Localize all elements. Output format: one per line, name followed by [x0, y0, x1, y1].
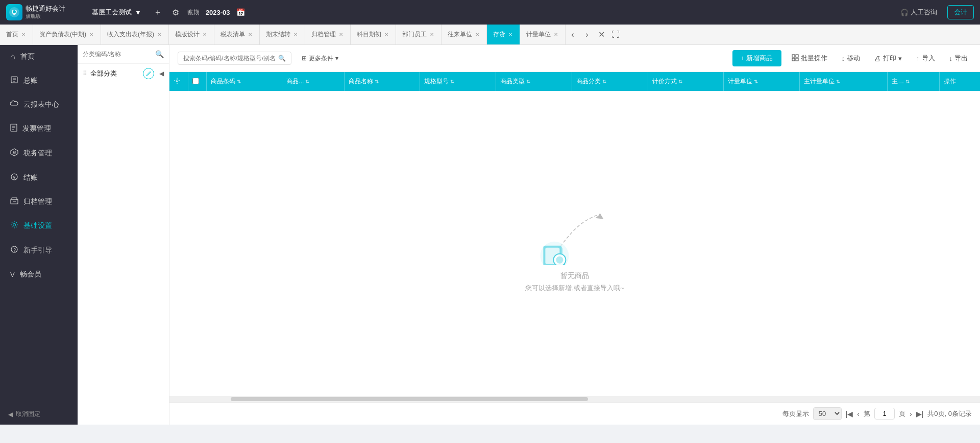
tab-close-income[interactable]: ✕: [156, 31, 162, 38]
tab-close-partner[interactable]: ✕: [474, 31, 480, 38]
human-service-btn[interactable]: 🎧 人工咨询: [896, 6, 941, 19]
sidebar-item-cloud-report[interactable]: 云报表中心: [0, 93, 78, 116]
tab-period-transfer[interactable]: 期末结转 ✕: [260, 25, 305, 45]
col-unit[interactable]: 计量单位 ⇅: [724, 72, 800, 91]
col-type[interactable]: 商品类型 ⇅: [496, 72, 572, 91]
col-actions: 操作: [940, 72, 980, 91]
page-last-btn[interactable]: ▶|: [916, 410, 924, 418]
col-code[interactable]: 商品... ⇅: [282, 72, 344, 91]
tab-template[interactable]: 模版设计 ✕: [169, 25, 214, 45]
calendar-icon[interactable]: 📅: [236, 8, 245, 16]
product-search-box[interactable]: 🔍: [178, 52, 291, 65]
category-search-input[interactable]: [83, 51, 152, 58]
table-scrollbar[interactable]: [169, 396, 980, 402]
sidebar-item-archive[interactable]: 归档管理: [0, 190, 78, 214]
import-btn[interactable]: ↑ 导入: [912, 51, 939, 65]
sidebar-item-ledger[interactable]: 总账: [0, 68, 78, 93]
move-icon: ↕: [842, 55, 845, 62]
tab-dept-staff[interactable]: 部门员工 ✕: [396, 25, 442, 45]
sidebar-item-settlement[interactable]: ¥ 结账: [0, 166, 78, 190]
product-search-icon[interactable]: 🔍: [278, 55, 286, 62]
account-button[interactable]: 会计: [947, 5, 974, 19]
workspace-selector[interactable]: 基层工会测试 ▼: [88, 6, 145, 19]
col-spec[interactable]: 规格型号 ⇅: [420, 72, 496, 91]
settings-gear-icon[interactable]: ⚙: [170, 6, 181, 19]
col-barcode[interactable]: 商品条码 ⇅: [206, 72, 282, 91]
tab-close-template[interactable]: ✕: [202, 31, 208, 38]
col-price-method[interactable]: 计价方式 ⇅: [648, 72, 724, 91]
col-name[interactable]: 商品名称 ⇅: [344, 72, 420, 91]
home-icon: ⌂: [10, 52, 15, 61]
collapse-panel-icon[interactable]: ◀: [159, 70, 164, 77]
tab-close-period-transfer[interactable]: ✕: [292, 31, 299, 38]
tab-close-homepage[interactable]: ✕: [20, 31, 27, 38]
tab-archive[interactable]: 归档管理 ✕: [305, 25, 351, 45]
page-prev-btn[interactable]: ‹: [857, 410, 860, 418]
table-config-th[interactable]: [169, 72, 188, 91]
tabs-expand[interactable]: ⛶: [608, 25, 623, 45]
tab-close-inventory[interactable]: ✕: [507, 31, 513, 38]
sidebar-item-vip[interactable]: V 畅会员: [0, 263, 78, 286]
page-next-btn[interactable]: ›: [910, 410, 912, 418]
cloud-icon: [10, 100, 18, 109]
sort-barcode-icon: ⇅: [237, 79, 241, 84]
sort-price-method-icon: ⇅: [678, 79, 682, 84]
svg-text:¥: ¥: [12, 175, 16, 180]
col-extra[interactable]: 主… ⇅: [888, 72, 940, 91]
table-container: 商品条码 ⇅ 商品... ⇅: [169, 72, 980, 396]
category-edit-btn[interactable]: [143, 68, 154, 79]
app-logo-icon: [6, 4, 22, 20]
tab-balance-sheet[interactable]: 资产负债表(中期) ✕: [33, 25, 101, 45]
empty-state: 暂无商品 您可以选择新增,或者直接导入哦~: [525, 209, 624, 293]
per-page-select[interactable]: 50 20 100 200: [813, 407, 842, 420]
sidebar-item-basic-settings[interactable]: 基础设置: [0, 214, 78, 238]
sidebar-item-guide[interactable]: 新手引导: [0, 238, 78, 263]
add-tab-icon[interactable]: ＋: [152, 5, 164, 20]
col-category[interactable]: 商品分类 ⇅: [572, 72, 648, 91]
table-scrollbar-thumb[interactable]: [231, 397, 588, 401]
print-btn[interactable]: 🖨 打印 ▾: [870, 51, 906, 65]
tab-subject-init[interactable]: 科目期初 ✕: [351, 25, 396, 45]
tab-partner[interactable]: 往来单位 ✕: [442, 25, 487, 45]
tab-homepage[interactable]: 首页 ✕: [0, 25, 33, 45]
more-filter-btn[interactable]: ⊞ 更多条件 ▾: [298, 52, 342, 65]
filter-icon: ⊞: [302, 55, 307, 62]
category-search: 🔍: [78, 45, 169, 64]
new-product-btn[interactable]: + 新增商品: [732, 50, 781, 66]
tab-tax-list[interactable]: 税表清单 ✕: [214, 25, 260, 45]
sort-name-icon: ⇅: [375, 79, 379, 84]
col-main-unit[interactable]: 主计量单位 ⇅: [800, 72, 888, 91]
batch-icon: [792, 54, 799, 63]
batch-operation-btn[interactable]: 批量操作: [788, 51, 831, 65]
tabs-nav-prev[interactable]: ‹: [566, 25, 580, 45]
move-btn[interactable]: ↕ 移动: [838, 51, 865, 65]
export-btn[interactable]: ↓ 导出: [945, 51, 972, 65]
tabs-nav-next[interactable]: ›: [580, 25, 594, 45]
tab-close-archive[interactable]: ✕: [338, 31, 344, 38]
product-search-input[interactable]: [183, 55, 275, 62]
drag-icon: ⠿: [83, 70, 87, 77]
select-all-checkbox[interactable]: [192, 78, 199, 84]
page-input[interactable]: [874, 408, 895, 419]
tab-close-dept-staff[interactable]: ✕: [429, 31, 435, 38]
category-all-btn[interactable]: ⠿ 全部分类 ◀: [78, 64, 169, 83]
tab-close-tax-list[interactable]: ✕: [247, 31, 253, 38]
tab-inventory[interactable]: 存货 ✕: [487, 25, 520, 45]
svg-point-31: [556, 257, 563, 264]
tab-close-subject-init[interactable]: ✕: [383, 31, 389, 38]
tab-income[interactable]: 收入支出表(年报) ✕: [101, 25, 169, 45]
category-search-icon[interactable]: 🔍: [155, 50, 164, 58]
page-first-btn[interactable]: |◀: [846, 410, 853, 418]
sidebar-item-tax[interactable]: 税 税务管理: [0, 141, 78, 166]
sidebar-item-home[interactable]: ⌂ 首页: [0, 45, 78, 68]
tab-unit[interactable]: 计量单位 ✕: [520, 25, 566, 45]
tab-close-balance[interactable]: ✕: [88, 31, 94, 38]
sort-type-icon: ⇅: [526, 79, 530, 84]
sort-unit-icon: ⇅: [754, 79, 758, 84]
sidebar-item-invoice[interactable]: 发票管理: [0, 116, 78, 141]
sidebar-unpin-btn[interactable]: ◀ 取消固定: [0, 404, 78, 425]
period-value: 2023-03: [206, 9, 230, 16]
tabs-close-all[interactable]: ✕: [594, 25, 608, 45]
table-checkbox-th[interactable]: [188, 72, 206, 91]
tab-close-unit[interactable]: ✕: [553, 31, 559, 38]
